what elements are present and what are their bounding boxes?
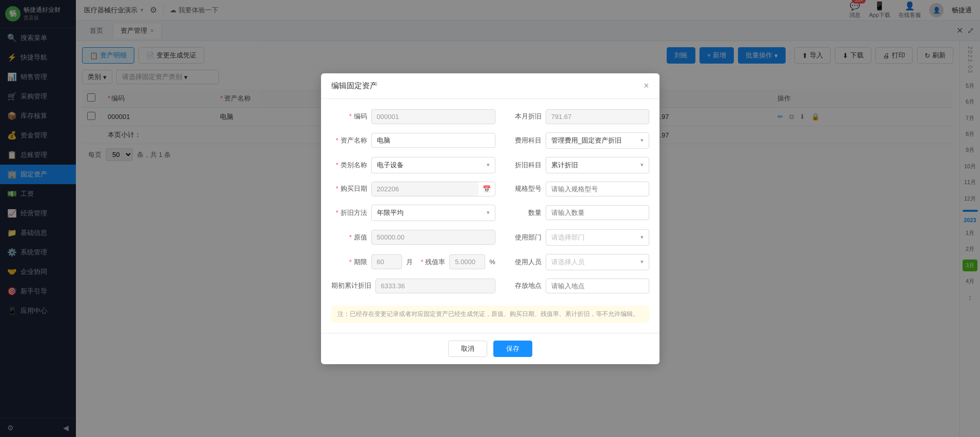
person-placeholder: 请选择人员: [551, 257, 585, 267]
form-row-location: 存放地点: [506, 279, 649, 293]
form-row-initial-dep: 期初累计折旧: [331, 279, 495, 293]
residual-rate-label: 残值率: [421, 257, 446, 267]
cancel-button[interactable]: 取消: [448, 341, 487, 357]
dept-placeholder: 请选择部门: [551, 233, 585, 242]
form-note: 注：已经存在变更记录或者对应固定资产已经生成凭证，原值、购买日期、残值率、累计折…: [331, 306, 649, 323]
spec-input[interactable]: [546, 182, 649, 196]
initial-dep-input[interactable]: [375, 279, 495, 293]
original-value-input[interactable]: [371, 230, 495, 245]
form-row-dep-subject: 折旧科目 累计折旧 ▾: [506, 157, 649, 173]
dep-method-arrow: ▾: [487, 209, 490, 216]
initial-dep-label: 期初累计折旧: [331, 281, 371, 290]
form-grid: 编码 本月折旧 资产名称 费用科目 管理费用_固定资产折旧: [331, 109, 649, 323]
purchase-date-calendar-icon[interactable]: 📅: [478, 185, 495, 193]
form-row-spec: 规格型号: [506, 182, 649, 196]
category-arrow: ▾: [487, 162, 490, 168]
modal-header: 编辑固定资产 ×: [321, 73, 659, 99]
form-row-person: 使用人员 请选择人员 ▾: [506, 254, 649, 270]
form-row-purchase-date: 购买日期 📅: [331, 182, 495, 196]
edit-asset-modal: 编辑固定资产 × 编码 本月折旧 资产名称: [321, 73, 659, 364]
period-label: 期限: [331, 257, 367, 267]
dep-subject-arrow: ▾: [641, 162, 644, 168]
dept-arrow: ▾: [641, 234, 644, 241]
modal-title: 编辑固定资产: [331, 81, 377, 91]
person-select[interactable]: 请选择人员 ▾: [546, 254, 649, 270]
monthly-dep-label: 本月折旧: [506, 112, 542, 121]
person-label: 使用人员: [506, 257, 542, 267]
category-value: 电子设备: [377, 161, 404, 170]
asset-name-label: 资产名称: [331, 136, 367, 145]
expense-subject-label: 费用科目: [506, 136, 542, 145]
purchase-date-input[interactable]: [372, 182, 478, 196]
dep-subject-select[interactable]: 累计折旧 ▾: [546, 157, 649, 173]
person-arrow: ▾: [641, 259, 644, 265]
dept-select[interactable]: 请选择部门 ▾: [546, 229, 649, 246]
form-row-name: 资产名称: [331, 132, 495, 149]
residual-rate-input[interactable]: [449, 254, 485, 269]
modal-footer: 取消 保存: [321, 333, 659, 364]
dep-subject-label: 折旧科目: [506, 161, 542, 170]
category-select[interactable]: 电子设备 ▾: [371, 157, 495, 173]
code-input[interactable]: [371, 109, 495, 124]
location-label: 存放地点: [506, 281, 542, 290]
form-row-expense-subject: 费用科目 管理费用_固定资产折旧 ▾: [506, 132, 649, 149]
dep-subject-value: 累计折旧: [551, 161, 578, 170]
monthly-dep-input: [546, 109, 649, 124]
form-row-period: 期限 月 残值率 %: [331, 254, 495, 270]
spec-label: 规格型号: [506, 184, 542, 193]
code-label: 编码: [331, 112, 367, 121]
quantity-input[interactable]: [546, 205, 649, 220]
form-row-category: 类别名称 电子设备 ▾: [331, 157, 495, 173]
location-input[interactable]: [546, 279, 649, 293]
original-value-label: 原值: [331, 233, 367, 242]
quantity-label: 数量: [506, 208, 542, 217]
form-row-monthly-dep: 本月折旧: [506, 109, 649, 124]
modal-overlay: 编辑固定资产 × 编码 本月折旧 资产名称: [0, 0, 980, 437]
modal-close-btn[interactable]: ×: [644, 81, 649, 91]
category-name-label: 类别名称: [331, 161, 367, 170]
dep-method-label: 折旧方法: [331, 208, 367, 217]
period-input[interactable]: [371, 254, 402, 269]
expense-subject-arrow: ▾: [641, 137, 644, 144]
expense-subject-value: 管理费用_固定资产折旧: [551, 136, 622, 145]
dept-label: 使用部门: [506, 233, 542, 242]
residual-rate-unit: %: [489, 258, 495, 266]
period-unit: 月: [406, 257, 413, 267]
expense-subject-select[interactable]: 管理费用_固定资产折旧 ▾: [546, 132, 649, 149]
save-button[interactable]: 保存: [493, 341, 532, 357]
purchase-date-label: 购买日期: [331, 184, 367, 193]
dep-method-select[interactable]: 年限平均 ▾: [371, 205, 495, 221]
asset-name-input[interactable]: [371, 133, 495, 148]
form-row-dep-method: 折旧方法 年限平均 ▾: [331, 205, 495, 221]
modal-body: 编码 本月折旧 资产名称 费用科目 管理费用_固定资产折旧: [321, 99, 659, 333]
form-row-original-value: 原值: [331, 229, 495, 246]
dep-method-value: 年限平均: [377, 208, 404, 217]
form-row-quantity: 数量: [506, 205, 649, 221]
form-row-code: 编码: [331, 109, 495, 124]
form-row-dept: 使用部门 请选择部门 ▾: [506, 229, 649, 246]
